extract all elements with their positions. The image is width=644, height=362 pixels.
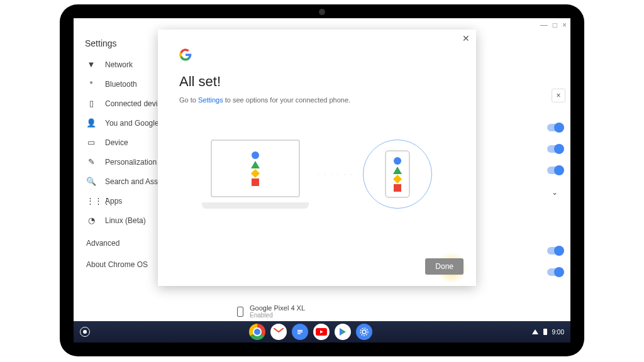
clock: 9:00	[552, 329, 564, 336]
laptop-illustration	[202, 140, 309, 209]
shelf-app-chrome[interactable]	[249, 324, 265, 340]
shelf-apps	[249, 324, 372, 340]
toggle-switch[interactable]	[547, 268, 562, 276]
settings-link[interactable]: Settings	[198, 96, 223, 104]
shape-diamond-icon	[251, 168, 260, 177]
search-icon: 🔍	[86, 177, 96, 186]
shelf: 9:00	[74, 321, 570, 343]
phone-outline-icon	[237, 307, 243, 317]
nav-label: Apps	[105, 197, 122, 206]
nav-label: Device	[105, 138, 128, 147]
nav-label: You and Google	[105, 119, 159, 128]
nav-label: Network	[105, 60, 133, 69]
dialog-body: Go to Settings to see options for your c…	[179, 96, 455, 104]
toggle-switch[interactable]	[547, 167, 562, 174]
bluetooth-icon: *	[86, 79, 96, 89]
done-button[interactable]: Done	[425, 258, 464, 275]
apps-grid-icon: ⋮⋮⋮	[86, 196, 96, 206]
google-g-icon	[179, 48, 192, 61]
dismiss-card-button[interactable]: ×	[552, 89, 565, 102]
connected-device-row[interactable]: Google Pixel 4 XL Enabled	[237, 304, 305, 319]
dialog-title: All set!	[179, 74, 455, 90]
toggle-switch[interactable]	[547, 145, 562, 153]
chevron-down-icon[interactable]: ⌄	[552, 188, 558, 197]
device-name: Google Pixel 4 XL	[250, 304, 305, 312]
laptop-icon: ▭	[86, 138, 96, 147]
tablet-frame: — □ × Settings ▼ Network * Bluetooth ▯ C…	[60, 4, 584, 356]
phone-icon: ▯	[86, 99, 96, 108]
toggle-stack: ⌄	[545, 124, 564, 276]
shelf-app-settings[interactable]	[356, 324, 372, 340]
window-minimize-icon[interactable]: —	[540, 21, 548, 30]
shape-square-icon	[394, 184, 401, 192]
shape-triangle-icon	[393, 167, 402, 174]
svg-rect-1	[297, 332, 303, 333]
svg-rect-0	[297, 330, 303, 331]
window-close-icon[interactable]: ×	[562, 21, 567, 30]
shape-square-icon	[252, 178, 259, 186]
linux-icon: ◔	[86, 216, 96, 225]
all-set-dialog: ✕ All set! Go to Settings to see options…	[158, 30, 476, 286]
nav-label: Linux (Beta)	[105, 216, 146, 225]
shelf-app-docs[interactable]	[292, 324, 308, 340]
svg-rect-2	[297, 333, 301, 334]
svg-point-5	[360, 328, 368, 336]
shape-circle-icon	[394, 157, 401, 165]
wifi-icon: ▼	[86, 60, 96, 69]
shelf-status[interactable]: 9:00	[532, 329, 564, 336]
shape-circle-icon	[252, 151, 259, 159]
shelf-app-youtube[interactable]	[313, 324, 330, 340]
toggle-switch[interactable]	[547, 124, 562, 131]
nav-label: Bluetooth	[105, 80, 137, 89]
connection-dots: · · · · · ·	[318, 172, 353, 177]
brush-icon: ✎	[86, 157, 96, 167]
shelf-app-gmail[interactable]	[270, 324, 287, 340]
dialog-close-button[interactable]: ✕	[462, 33, 470, 43]
svg-point-4	[362, 330, 366, 334]
illustration: · · · · · ·	[158, 124, 476, 224]
phone-illustration	[385, 150, 410, 198]
toggle-switch[interactable]	[547, 247, 562, 255]
launcher-button[interactable]	[80, 327, 90, 337]
battery-status-icon	[543, 329, 547, 335]
nav-label: Personalization	[105, 158, 157, 167]
phone-circle	[363, 140, 432, 209]
camera-dot	[319, 9, 325, 15]
shelf-app-play[interactable]	[335, 324, 351, 340]
screen: — □ × Settings ▼ Network * Bluetooth ▯ C…	[74, 18, 570, 343]
shape-triangle-icon	[251, 161, 260, 168]
wifi-status-icon	[532, 329, 538, 334]
person-icon: 👤	[86, 118, 96, 128]
window-controls: — □ ×	[540, 21, 567, 30]
shape-diamond-icon	[393, 174, 402, 183]
device-status: Enabled	[250, 312, 305, 319]
window-maximize-icon[interactable]: □	[553, 21, 557, 30]
